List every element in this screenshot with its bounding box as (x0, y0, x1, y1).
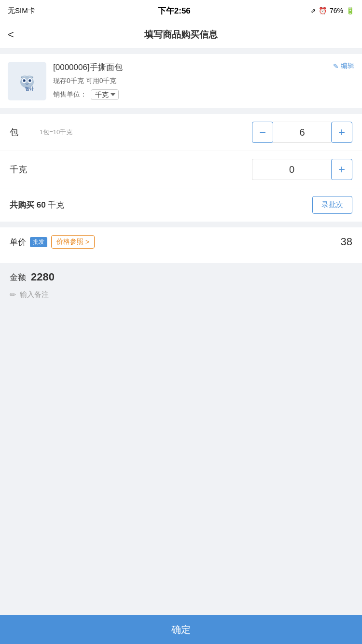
price-ref-label: 价格参照 (56, 238, 84, 246)
remark-text: 输入备注 (20, 290, 49, 299)
alarm-icon: ⏰ (319, 7, 327, 14)
product-info: [0000006]手撕面包 现存0千克 可用0千克 销售单位： 千克 包 (53, 62, 354, 100)
unit-label: 销售单位： (53, 90, 87, 99)
product-stock: 现存0千克 可用0千克 (53, 77, 354, 85)
edit-button[interactable]: ✎ 编辑 (333, 62, 354, 70)
amount-row: 金额 2280 (10, 271, 352, 283)
carrier-text: 无SIM卡 (8, 6, 35, 15)
price-label: 单价 (10, 237, 26, 248)
quantity-section: 包 1包=10千克 − + 千克 + (0, 114, 362, 188)
status-time: 下午2:56 (158, 5, 191, 16)
price-value: 38 (341, 236, 352, 248)
product-image: 智计 (8, 62, 46, 100)
quantity-label-kg: 千克 (10, 164, 34, 175)
quantity-controls-bag: − + (252, 122, 352, 143)
quantity-label-bag: 包 (10, 126, 34, 138)
quantity-row-kg: 千克 + (0, 151, 362, 188)
quantity-row-bag: 包 1包=10千克 − + (0, 114, 362, 151)
pencil-icon: ✏ (10, 290, 16, 299)
gray-area (0, 304, 362, 449)
price-ref-button[interactable]: 价格参照 > (51, 235, 95, 249)
price-left: 单价 批发 价格参照 > (10, 235, 95, 249)
decrement-bag-button[interactable]: − (252, 122, 273, 143)
edit-label: 编辑 (341, 62, 354, 70)
status-bar: 无SIM卡 下午2:56 ⇗ ⏰ 76% 🔋 (0, 0, 362, 21)
nav-bar: < 填写商品购买信息 (0, 21, 362, 48)
status-right: ⇗ ⏰ 76% 🔋 (310, 7, 354, 14)
battery-icon: 🔋 (346, 7, 354, 14)
quantity-controls-kg: + (252, 159, 352, 180)
edit-icon: ✎ (333, 62, 339, 70)
amount-value: 2280 (31, 271, 55, 283)
svg-text:智计: 智计 (25, 86, 34, 91)
back-button[interactable]: < (8, 28, 14, 41)
svg-point-5 (24, 80, 25, 82)
amount-section: 金额 2280 ✏ 输入备注 (0, 263, 362, 304)
price-tag: 批发 (30, 237, 47, 247)
increment-kg-button[interactable]: + (331, 159, 352, 180)
total-prefix: 共购买 (10, 200, 34, 210)
total-text: 共购买 60 千克 (10, 199, 64, 210)
batch-button[interactable]: 录批次 (312, 196, 352, 214)
unit-select[interactable]: 千克 包 (91, 89, 119, 100)
remark-row[interactable]: ✏ 输入备注 (10, 290, 352, 299)
battery-text: 76% (330, 7, 343, 14)
amount-label: 金额 (10, 272, 26, 283)
product-card: 智计 [0000006]手撕面包 现存0千克 可用0千克 销售单位： 千克 包 … (0, 54, 362, 108)
price-row: 单价 批发 价格参照 > 38 (10, 235, 352, 249)
confirm-button[interactable]: 确定 (0, 615, 362, 644)
quantity-input-kg[interactable] (252, 159, 331, 180)
page-title: 填写商品购买信息 (144, 28, 218, 41)
total-row: 共购买 60 千克 录批次 (0, 188, 362, 222)
product-unit-row: 销售单位： 千克 包 (53, 89, 354, 100)
product-name: [0000006]手撕面包 (53, 62, 354, 73)
increment-bag-button[interactable]: + (331, 122, 352, 143)
quantity-input-bag[interactable] (273, 122, 331, 143)
total-section: 共购买 60 千克 录批次 (0, 188, 362, 222)
price-ref-arrow: > (85, 238, 89, 246)
price-section: 单价 批发 价格参照 > 38 (0, 227, 362, 263)
location-icon: ⇗ (310, 7, 316, 14)
quantity-hint-bag: 1包=10千克 (40, 128, 246, 137)
status-left: 无SIM卡 (8, 6, 38, 15)
svg-point-6 (29, 80, 31, 82)
